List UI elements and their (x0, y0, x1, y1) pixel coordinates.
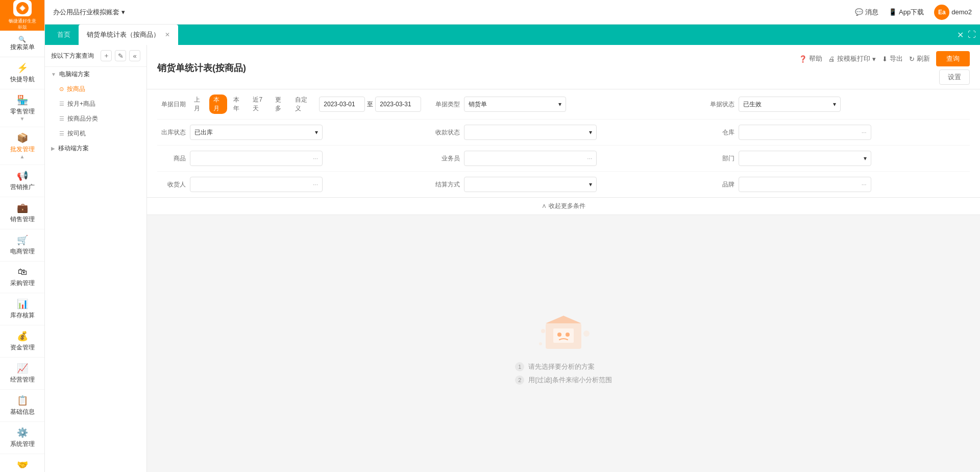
refresh-icon: ↻ (909, 55, 915, 63)
receiver-select[interactable]: ··· (190, 177, 323, 192)
tree-leaf-by-cashier[interactable]: ☰ 按司机 (45, 126, 146, 141)
sidebar-item-retail[interactable]: 🏪 零售管理 ▼ (0, 89, 44, 127)
app-download-btn[interactable]: 📱 App下载 (889, 8, 924, 17)
date-range: 至 (319, 97, 421, 112)
date-tab-this-month[interactable]: 本月 (209, 95, 227, 114)
date-to-input[interactable] (375, 97, 421, 112)
empty-illustration (533, 303, 594, 354)
filter-row-3: 商品 ··· 业务员 ··· 部门 (157, 146, 970, 172)
help-btn[interactable]: ❓ 帮助 (799, 54, 822, 63)
filter-goods: 商品 ··· (157, 151, 421, 166)
finance-label: 资金管理 (10, 343, 35, 352)
tree-leaf-by-goods[interactable]: ⊙ 按商品 (45, 82, 146, 97)
svg-point-6 (541, 329, 545, 333)
date-tab-this-year[interactable]: 本年 (229, 95, 247, 114)
tree-section: ▼ 电脑端方案 ⊙ 按商品 ☰ 按月+商品 ☰ 按商品分类 ☰ 按司 (45, 67, 146, 156)
by-cashier-label: 按司机 (67, 129, 86, 138)
tree-leaf-by-category[interactable]: ☰ 按商品分类 (45, 111, 146, 126)
date-tab-more[interactable]: 更多 (271, 95, 288, 114)
operations-icon: 📈 (17, 363, 28, 374)
doc-type-select[interactable]: 销货单 ▾ (464, 97, 566, 112)
export-icon: ⬇ (882, 55, 888, 63)
add-scheme-btn[interactable]: ＋ (101, 50, 112, 61)
tab-sales-report[interactable]: 销货单统计表（按商品） ✕ (79, 25, 178, 45)
help-icon: ❓ (799, 55, 807, 63)
tab-home[interactable]: 首页 (49, 25, 79, 45)
template-print-icon: 🖨 (828, 55, 835, 63)
edit-scheme-btn[interactable]: ✎ (115, 50, 126, 61)
settings-button[interactable]: 设置 (939, 69, 970, 85)
date-tab-7days[interactable]: 近7天 (249, 95, 269, 114)
user-profile[interactable]: Ea demo2 (934, 5, 972, 20)
sidebar-item-purchase[interactable]: 🛍 采购管理 (0, 262, 44, 293)
sidebar-item-system[interactable]: ⚙️ 系统管理 (0, 422, 44, 454)
app-name: 畅捷通好生意 (9, 18, 36, 24)
date-tab-custom[interactable]: 自定义 (291, 95, 313, 114)
tree-group-mobile[interactable]: ▶ 移动端方案 (45, 141, 146, 156)
doc-type-label: 单据类型 (431, 100, 460, 109)
filter-doc-type: 单据类型 销货单 ▾ (431, 97, 695, 112)
sidebar-item-marketing[interactable]: 📢 营销推广 (0, 165, 44, 197)
date-tab-last-month[interactable]: 上月 (190, 95, 207, 114)
staff-select[interactable]: ··· (464, 151, 597, 166)
doc-status-select[interactable]: 已生效 ▾ (739, 97, 841, 112)
collapse-bar[interactable]: ∧ 收起更多条件 (147, 198, 980, 215)
dept-select[interactable]: ▾ (739, 151, 871, 166)
expand-tab-btn[interactable]: ⛶ (968, 30, 976, 40)
sidebar-item-finance[interactable]: 💰 资金管理 (0, 325, 44, 358)
tip-2-num: 2 (515, 375, 524, 385)
export-btn[interactable]: ⬇ 导出 (882, 54, 903, 63)
doc-status-value: 已生效 (743, 100, 762, 109)
warehouse-select[interactable]: ··· (739, 125, 871, 140)
filter-date: 单据日期 上月 本月 本年 近7天 更多 自定义 (157, 95, 421, 114)
close-tab-btn[interactable]: ✕ (957, 30, 964, 40)
query-button[interactable]: 查询 (936, 51, 970, 66)
refresh-btn[interactable]: ↻ 刷新 (909, 54, 930, 63)
by-category-icon: ☰ (59, 115, 64, 122)
out-status-select[interactable]: 已出库 ▾ (190, 125, 323, 140)
date-tabs: 上月 本月 本年 近7天 更多 自定义 (190, 95, 313, 114)
sidebar-item-sales[interactable]: 💼 销售管理 (0, 197, 44, 229)
sidebar-item-basic[interactable]: 📋 基础信息 (0, 390, 44, 422)
by-cashier-icon: ☰ (59, 130, 64, 137)
collect-status-select[interactable]: ▾ (464, 125, 597, 140)
basic-label: 基础信息 (10, 408, 35, 416)
message-label: 消息 (865, 8, 878, 17)
brand-select[interactable]: ··· (739, 177, 871, 192)
sales-icon: 💼 (17, 202, 28, 214)
sidebar-item-ecommerce[interactable]: 🛒 电商管理 (0, 229, 44, 262)
collapse-panel-btn[interactable]: « (129, 50, 140, 61)
filter-collect-status: 收款状态 ▾ (431, 125, 695, 140)
ecommerce-label: 电商管理 (10, 247, 35, 256)
by-category-label: 按商品分类 (67, 114, 98, 123)
purchase-icon: 🛍 (18, 267, 27, 277)
retail-arrow: ▼ (20, 116, 25, 122)
inventory-icon: 📊 (17, 298, 28, 310)
template-print-btn[interactable]: 🖨 按模板打印 ▾ (828, 54, 876, 63)
logo-icon (13, 0, 32, 16)
industry-selector[interactable]: 办公用品行业模拟账套 ▾ (53, 8, 125, 17)
wholesale-label: 批发管理 (10, 145, 35, 154)
main-area: 办公用品行业模拟账套 ▾ 💬 消息 📱 App下载 Ea demo2 首页 (45, 0, 980, 472)
tree-leaf-by-month-goods[interactable]: ☰ 按月+商品 (45, 97, 146, 111)
message-btn[interactable]: 💬 消息 (855, 8, 878, 17)
sidebar-item-wholesale[interactable]: 📦 批发管理 ▲ (0, 127, 44, 165)
date-from-input[interactable] (319, 97, 365, 112)
retail-label: 零售管理 (10, 107, 35, 116)
settle-select[interactable]: ▾ (464, 177, 597, 192)
svg-rect-3 (553, 328, 574, 343)
message-icon: 💬 (855, 8, 863, 16)
collect-status-label: 收款状态 (431, 128, 460, 137)
sidebar-item-enterprise[interactable]: 🤝 企业协同 (0, 454, 44, 472)
filter-row-4: 收货人 ··· 结算方式 ▾ 品牌 (157, 172, 970, 197)
search-menu[interactable]: 🔍 搜索菜单 (0, 31, 44, 57)
sidebar-item-inventory[interactable]: 📊 库存核算 (0, 293, 44, 325)
goods-select[interactable]: ··· (190, 151, 323, 166)
tree-group-pc[interactable]: ▼ 电脑端方案 (45, 67, 146, 82)
tab-close-btn[interactable]: ✕ (165, 31, 170, 38)
quick-nav-icon: ⚡ (17, 62, 28, 74)
app-logo[interactable]: 畅捷通好生意 标版 (0, 0, 45, 31)
sidebar-item-operations[interactable]: 📈 经营管理 (0, 358, 44, 390)
sidebar-item-quick-nav[interactable]: ⚡ 快捷导航 (0, 57, 44, 89)
system-icon: ⚙️ (17, 427, 28, 438)
